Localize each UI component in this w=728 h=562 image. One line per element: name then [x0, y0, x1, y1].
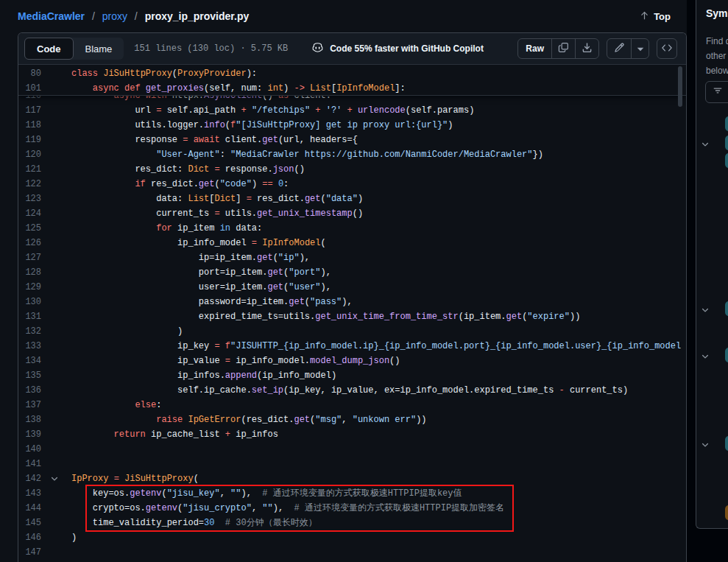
- fold-gutter: [41, 442, 71, 457]
- symbol-row[interactable]: [696, 436, 728, 452]
- code-text: url = self.api_path + "/fetchips" + '?' …: [71, 103, 474, 118]
- line-number[interactable]: 136: [18, 383, 41, 398]
- symbols-toggle-button[interactable]: [657, 38, 677, 59]
- symbol-badge[interactable]: [725, 348, 728, 362]
- line-number[interactable]: 101: [18, 81, 41, 96]
- line-number[interactable]: 142: [18, 471, 41, 486]
- fold-chevron-icon[interactable]: [41, 471, 71, 486]
- fold-gutter: [41, 177, 71, 192]
- code-text: current_ts = utils.get_unix_timestamp(): [71, 206, 363, 221]
- raw-button[interactable]: Raw: [518, 39, 551, 58]
- code-line-120: 120 "User-Agent": "MediaCrawler https://…: [18, 147, 686, 162]
- line-number[interactable]: 120: [18, 147, 41, 162]
- line-number[interactable]: 118: [18, 118, 41, 133]
- download-button[interactable]: [575, 39, 598, 58]
- line-number[interactable]: 141: [18, 457, 41, 471]
- line-number[interactable]: 125: [18, 221, 41, 236]
- tab-code[interactable]: Code: [24, 38, 74, 60]
- symbol-row[interactable]: [696, 301, 728, 317]
- line-number[interactable]: 143: [18, 486, 41, 501]
- line-number[interactable]: 127: [18, 250, 41, 265]
- code-text: for ip_item in data:: [71, 221, 262, 236]
- line-number[interactable]: 130: [18, 295, 41, 309]
- line-number[interactable]: 121: [18, 162, 41, 177]
- code-line-128: 128 port=ip_item.get("port"),: [18, 265, 686, 280]
- edit-group: [607, 38, 649, 59]
- line-number[interactable]: 134: [18, 354, 41, 368]
- caret-down-icon: [637, 43, 644, 54]
- symbol-row[interactable]: [696, 116, 728, 133]
- symbol-badge[interactable]: [725, 136, 728, 150]
- line-number[interactable]: 117: [18, 103, 41, 118]
- breadcrumb-separator: /: [92, 10, 95, 22]
- symbol-row[interactable]: [696, 153, 728, 169]
- symbol-row[interactable]: [696, 505, 728, 521]
- fold-gutter: [41, 221, 71, 236]
- code-text: user=ip_item.get("user"),: [71, 280, 331, 295]
- chevron-down-icon[interactable]: [701, 138, 710, 152]
- fold-gutter: [41, 368, 71, 383]
- line-number[interactable]: 119: [18, 133, 41, 147]
- line-number[interactable]: 147: [18, 545, 41, 560]
- line-number[interactable]: 126: [18, 236, 41, 250]
- code-text: async def get_proxies(self, num: int) ->…: [71, 81, 406, 96]
- filter-icon: [713, 85, 723, 99]
- chevron-down-icon[interactable]: [701, 304, 710, 317]
- code-text: crypto=os.getenv("jisu_crypto", ""), # 通…: [71, 501, 504, 516]
- line-number[interactable]: 124: [18, 206, 41, 221]
- copy-button[interactable]: [551, 39, 575, 58]
- line-number[interactable]: 133: [18, 339, 41, 354]
- code-text: if res_dict.get("code") == 0:: [71, 177, 289, 192]
- fold-gutter: [41, 412, 71, 427]
- code-scrollbar-thumb[interactable]: [678, 66, 682, 107]
- symbol-badge[interactable]: [725, 153, 728, 168]
- code-text: IpProxy = JiSuHttpProxy(: [71, 471, 199, 486]
- line-number[interactable]: 138: [18, 412, 41, 427]
- tab-blame[interactable]: Blame: [74, 38, 124, 60]
- symbols-filter-input[interactable]: [705, 81, 728, 103]
- copilot-banner[interactable]: Code 55% faster with GitHub Copilot: [311, 41, 484, 56]
- code-line-127: 127 ip=ip_item.get("ip"),: [18, 250, 686, 265]
- code-line-135: 135 ip_infos.append(ip_info_model): [18, 368, 686, 383]
- fold-gutter: [41, 66, 71, 81]
- edit-dropdown-button[interactable]: [631, 39, 649, 58]
- line-number[interactable]: 128: [18, 265, 41, 280]
- symbol-badge[interactable]: [725, 436, 728, 451]
- fold-gutter: [41, 250, 71, 265]
- symbol-badge[interactable]: [725, 116, 728, 131]
- chevron-down-icon[interactable]: [701, 351, 710, 364]
- line-number[interactable]: 135: [18, 368, 41, 383]
- code-line-118: 118 utils.logger.info(f"[JiSuHttpProxy] …: [18, 118, 686, 133]
- line-number[interactable]: 145: [18, 516, 41, 530]
- breadcrumb-filename: proxy_ip_provider.py: [145, 10, 250, 22]
- line-number[interactable]: 132: [18, 324, 41, 339]
- line-number[interactable]: 139: [18, 427, 41, 442]
- breadcrumb-folder-link[interactable]: proxy: [102, 10, 127, 22]
- symbol-row[interactable]: [696, 348, 728, 364]
- line-number[interactable]: 146: [18, 530, 41, 545]
- line-number[interactable]: 123: [18, 192, 41, 206]
- line-number[interactable]: 80: [18, 66, 41, 81]
- code-line-136: 136 self.ip_cache.set_ip(ip_key, ip_valu…: [18, 383, 686, 398]
- code-line-143: 143 key=os.getenv("jisu_key", ""), # 通过环…: [18, 486, 686, 501]
- fold-gutter: [41, 398, 71, 412]
- breadcrumb-repo-link[interactable]: MediaCrawler: [18, 10, 85, 22]
- chevron-down-icon[interactable]: [701, 439, 710, 452]
- symbol-row[interactable]: [696, 136, 728, 152]
- copy-icon: [558, 42, 569, 55]
- copilot-banner-text: Code 55% faster with GitHub Copilot: [330, 43, 484, 54]
- line-number[interactable]: 122: [18, 177, 41, 192]
- line-number[interactable]: 144: [18, 501, 41, 516]
- line-number[interactable]: 137: [18, 398, 41, 412]
- code-line-80: 80class JiSuHttpProxy(ProxyProvider):: [18, 66, 686, 81]
- back-to-top-link[interactable]: Top: [640, 10, 671, 23]
- line-number[interactable]: 140: [18, 442, 41, 457]
- symbols-description-line: Find definitions and references for func…: [706, 34, 728, 49]
- line-number[interactable]: 131: [18, 309, 41, 324]
- line-number[interactable]: 129: [18, 280, 41, 295]
- symbol-badge[interactable]: [725, 301, 728, 316]
- edit-button[interactable]: [607, 39, 631, 58]
- code-text: return ip_cache_list + ip_infos: [71, 427, 278, 442]
- fold-gutter: [41, 324, 71, 339]
- symbol-badge[interactable]: [725, 505, 728, 520]
